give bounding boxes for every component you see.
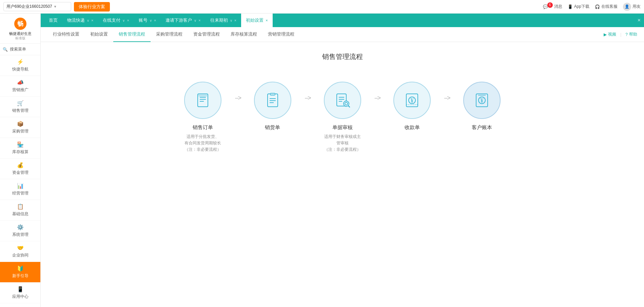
tab-logistics-close-icon[interactable]: × <box>91 18 93 22</box>
user-selector[interactable]: 用户690企业1660120507 ▼ <box>3 2 71 11</box>
svg-line-16 <box>348 106 350 107</box>
sales-order-icon <box>194 92 211 109</box>
tab-payment[interactable]: 在线支付 ∨ × <box>98 14 134 27</box>
flow-arrow-2: ···> <box>303 95 312 102</box>
help-button[interactable]: ? 帮助 <box>625 32 637 37</box>
tab-invite[interactable]: 邀请下游客户 ∨ × <box>161 14 205 27</box>
tab-period-init-label: 往来期初 <box>210 17 228 23</box>
sidebar-item-quick-guide[interactable]: ⚡ 快捷导航 <box>0 55 40 76</box>
flow-desc-doc-review: 适用于财务审核或主管审核（注：非必要流程） <box>324 134 361 153</box>
sidebar-item-enterprise-coop[interactable]: 🤝 企业协同 <box>0 241 40 262</box>
sub-tab-inventory-flow-label: 库存核算流程 <box>231 31 257 37</box>
sidebar-item-inventory[interactable]: 🏪 库存核算 <box>0 138 40 159</box>
top-bar-left: 用户690企业1660120507 ▼ 体验行业方案 <box>3 2 543 12</box>
sidebar-item-basic-info[interactable]: 📋 基础信息 <box>0 200 40 221</box>
sidebar-search-label: 搜索菜单 <box>10 46 26 52</box>
tab-invite-close-icon[interactable]: × <box>198 18 200 22</box>
sub-tab-bar-right: ▶ 视频 | ? 帮助 <box>604 32 637 37</box>
tab-account[interactable]: 账号 ∨ × <box>134 14 161 27</box>
online-service-label: 在线客服 <box>601 4 618 9</box>
video-help-button[interactable]: ▶ 视频 <box>604 32 616 37</box>
tab-period-init-close-icon[interactable]: × <box>234 18 236 22</box>
sub-tab-industry[interactable]: 行业特性设置 <box>47 27 85 42</box>
flow-step-receipt: ¥ 收款单 <box>382 82 443 134</box>
sidebar-item-label: 系统管理 <box>12 232 28 238</box>
tab-payment-label: 在线支付 <box>103 17 120 23</box>
flow-desc-sales-order: 适用于分批发货、有合同发货周期较长（注：非必要流程） <box>184 134 221 153</box>
sidebar-item-new-guide[interactable]: 🔰 新手引导 <box>0 262 40 283</box>
sidebar-item-label: 资金管理 <box>12 170 28 176</box>
enterprise-coop-icon: 🤝 <box>17 245 24 251</box>
flow-diagram: 销售订单 适用于分批发货、有合同发货周期较长（注：非必要流程） ···> <box>47 82 637 153</box>
sidebar-item-sales[interactable]: 🛒 销售管理 <box>0 97 40 117</box>
customer-account-icon: ¥ <box>473 92 490 109</box>
app-download-button[interactable]: 📱 App下载 <box>568 4 589 9</box>
receipt-icon: ¥ <box>404 92 421 109</box>
tab-period-init[interactable]: 往来期初 ∨ × <box>206 14 241 27</box>
phone-icon: 📱 <box>568 4 573 9</box>
tab-init-settings-label: 初始设置 <box>246 17 264 23</box>
sidebar-item-finance[interactable]: 💰 资金管理 <box>0 159 40 179</box>
flow-label-receipt: 收款单 <box>405 124 420 131</box>
search-icon: 🔍 <box>3 47 8 52</box>
logo-sub: 标准版 <box>15 36 25 41</box>
dropdown-arrow-icon: ▼ <box>54 5 57 8</box>
divider: | <box>620 32 621 37</box>
sub-tab-industry-label: 行业特性设置 <box>53 31 79 37</box>
sidebar-item-label: 企业协同 <box>12 252 28 258</box>
flow-step-sales-delivery: 销货单 <box>242 82 303 134</box>
trial-button[interactable]: 体验行业方案 <box>74 2 110 12</box>
tab-home[interactable]: 首页 <box>44 14 62 27</box>
svg-text:¥: ¥ <box>411 97 414 104</box>
sub-tab-fund-flow[interactable]: 资金管理流程 <box>188 27 225 42</box>
sidebar-item-purchase[interactable]: 📦 采购管理 <box>0 117 40 138</box>
tab-init-settings-close-icon[interactable]: × <box>266 18 268 22</box>
content-area: 首页 物流快递 ∨ × 在线支付 ∨ × 账号 ∨ × 邀请下游客户 ∨ × <box>41 14 644 307</box>
messages-button[interactable]: 💬 6 消息 <box>543 4 562 9</box>
flow-label-sales-order: 销售订单 <box>193 124 213 131</box>
logo-icon: 畅 <box>14 18 26 30</box>
online-service-button[interactable]: 🎧 在线客服 <box>595 4 618 9</box>
sidebar: 畅 畅捷通好生意 标准版 🔍 搜索菜单 ⚡ 快捷导航 📣 营销推广 🛒 销售管理… <box>0 14 41 307</box>
sub-tab-sales-flow-label: 销售管理流程 <box>119 31 145 37</box>
flow-circle-sales-order <box>184 82 221 119</box>
app-download-label: App下载 <box>574 4 589 9</box>
flow-label-customer-account: 客户账本 <box>472 124 492 131</box>
sidebar-item-system[interactable]: ⚙️ 系统管理 <box>0 221 40 241</box>
system-icon: ⚙️ <box>17 224 24 230</box>
svg-text:¥: ¥ <box>480 97 483 104</box>
avatar: 👤 <box>623 3 631 11</box>
user-selector-label: 用户690企业1660120507 <box>6 4 52 9</box>
sub-tab-purchase-flow[interactable]: 采购管理流程 <box>151 27 188 42</box>
sub-tab-init[interactable]: 初始设置 <box>85 27 113 42</box>
operation-icon: 📊 <box>17 183 24 189</box>
sidebar-item-enterprise-wechat[interactable]: 💬 企业微信 <box>0 303 40 307</box>
flow-circle-receipt: ¥ <box>393 82 431 119</box>
flow-step-doc-review: 单据审核 适用于财务审核或主管审核（注：非必要流程） <box>312 82 373 153</box>
headset-icon: 🎧 <box>595 4 600 9</box>
sidebar-item-operation[interactable]: 📊 经营管理 <box>0 179 40 200</box>
close-all-button[interactable]: × <box>638 17 641 23</box>
tab-init-settings[interactable]: 初始设置 × <box>241 14 272 27</box>
flow-label-sales-delivery: 销货单 <box>265 124 280 131</box>
purchase-icon: 📦 <box>17 121 24 127</box>
user-profile-button[interactable]: 👤 用友 <box>623 3 641 11</box>
user-name-label: 用友 <box>632 4 641 9</box>
sidebar-search-item[interactable]: 🔍 搜索菜单 <box>0 44 40 55</box>
tab-logistics[interactable]: 物流快递 ∨ × <box>62 14 98 27</box>
sidebar-item-marketing[interactable]: 📣 营销推广 <box>0 76 40 97</box>
flow-container: 销售管理流程 销售订单 <box>41 42 644 163</box>
tab-payment-close-icon[interactable]: × <box>127 18 129 22</box>
sub-tab-marketing-flow[interactable]: 营销管理流程 <box>262 27 300 42</box>
app-center-icon: 📱 <box>17 286 24 292</box>
tab-account-close-icon[interactable]: × <box>154 18 156 22</box>
flow-step-sales-order: 销售订单 适用于分批发货、有合同发货周期较长（注：非必要流程） <box>172 82 233 153</box>
tab-expand-icon: ∨ <box>87 19 89 22</box>
sidebar-item-app-center[interactable]: 📱 应用中心 <box>0 283 40 303</box>
flow-circle-sales-delivery <box>254 82 291 119</box>
page-content: 行业特性设置 初始设置 销售管理流程 采购管理流程 资金管理流程 库存核算流程 <box>41 27 644 307</box>
flow-arrow-3: ···> <box>373 95 382 102</box>
top-bar-right: 💬 6 消息 📱 App下载 🎧 在线客服 👤 用友 <box>543 3 641 11</box>
sub-tab-sales-flow[interactable]: 销售管理流程 <box>113 27 151 42</box>
sub-tab-inventory-flow[interactable]: 库存核算流程 <box>225 27 262 42</box>
